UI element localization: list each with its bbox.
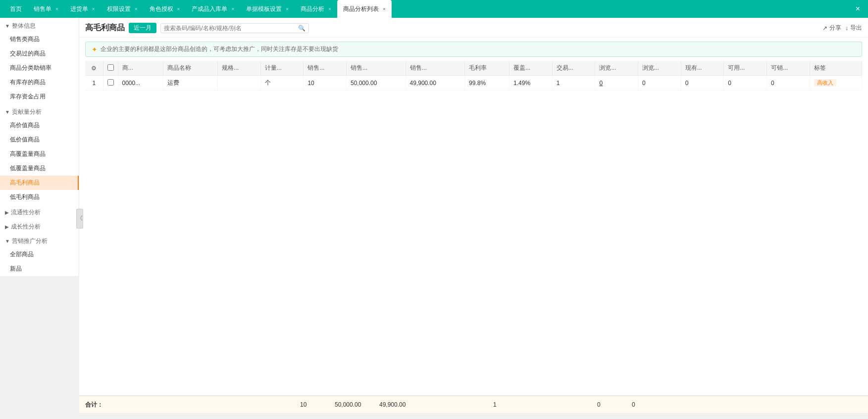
sidebar-collapse-button[interactable]: 《 xyxy=(76,209,83,229)
nav-tab-close[interactable]: × xyxy=(328,6,331,12)
sidebar-group-growth[interactable]: ▶ 成长性分析 xyxy=(0,219,79,233)
chevron-down-icon: ▼ xyxy=(5,23,10,29)
data-table-wrap: ⚙ 商... 商品名称 规格... xyxy=(85,61,862,395)
cell-stock-cur: 0 xyxy=(681,76,724,91)
nav-tab-permission[interactable]: 权限设置 × xyxy=(101,0,144,18)
sidebar-item-category-rate[interactable]: 商品分类助销率 xyxy=(0,61,79,75)
col-header-sales-profit[interactable]: 销售... xyxy=(406,61,465,76)
sidebar-item-stock-capital[interactable]: 库存资金占用 xyxy=(0,90,79,104)
nav-tab-role[interactable]: 角色授权 × xyxy=(144,0,186,18)
col-header-cover[interactable]: 覆盖... xyxy=(510,61,553,76)
sidebar-item-low-value[interactable]: 低价值商品 xyxy=(0,133,79,147)
nav-tab-close[interactable]: × xyxy=(383,6,386,12)
cell-sales-amt: 50,000.00 xyxy=(347,76,406,91)
nav-tab-home[interactable]: 首页 xyxy=(4,0,28,18)
cell-browse1[interactable]: 0 xyxy=(595,76,638,91)
sidebar-group-marketing-items: 全部商品 新品 xyxy=(0,247,79,276)
nav-tab-sales[interactable]: 销售单 × xyxy=(28,0,64,18)
sidebar-item-high-cover[interactable]: 高覆盖量商品 xyxy=(0,147,79,161)
footer-label: 合计： xyxy=(85,401,115,409)
sidebar-container: ▼ 整体信息 销售类商品 交易过的商品 商品分类助销率 有库存的商品 xyxy=(0,18,79,419)
sidebar-group-marketing[interactable]: ▼ 营销推广分析 xyxy=(0,233,79,247)
info-icon: ✦ xyxy=(92,46,98,53)
sidebar-group-label: 流通性分析 xyxy=(11,208,41,217)
chevron-down-icon: ▼ xyxy=(5,238,10,244)
col-header-browse2[interactable]: 浏览... xyxy=(638,61,681,76)
cell-check[interactable] xyxy=(103,76,118,91)
export-icon: ↓ xyxy=(845,25,848,32)
sidebar-group-contribution[interactable]: ▼ 贡献量分析 xyxy=(0,104,79,118)
sidebar-group-overall[interactable]: ▼ 整体信息 xyxy=(0,18,79,32)
content-area: 高毛利商品 近一月 🔍 ↗ 分享 ↓ 导出 xyxy=(79,18,868,419)
col-header-name[interactable]: 商品名称 xyxy=(163,61,217,76)
col-header-code[interactable]: 商... xyxy=(118,61,163,76)
period-button[interactable]: 近一月 xyxy=(129,23,156,33)
nav-tab-close[interactable]: × xyxy=(286,6,289,12)
nav-tab-label: 商品分析列表 xyxy=(343,5,379,13)
footer-total: 合计： 10 50,000.00 49,900.00 1 xyxy=(79,395,868,413)
sidebar-item-all-goods[interactable]: 全部商品 xyxy=(0,247,79,262)
nav-tab-label: 权限设置 xyxy=(107,5,131,13)
top-nav: 首页 销售单 × 进货单 × 权限设置 × 角色授权 × 产成品入库单 × 单据… xyxy=(0,0,868,18)
sidebar-item-low-margin[interactable]: 低毛利商品 xyxy=(0,190,79,204)
nav-tab-label: 首页 xyxy=(10,5,22,13)
col-header-sales-amt[interactable]: 销售... xyxy=(347,61,406,76)
info-banner: ✦ 企业的主要的利润都是这部分商品创造的，可考虑加大推广，同时关注库存是不要出现… xyxy=(85,42,862,57)
col-header-tag[interactable]: 标签 xyxy=(810,61,862,76)
col-header-unit[interactable]: 计量... xyxy=(260,61,304,76)
col-header-gross-rate[interactable]: 毛利率 xyxy=(465,61,510,76)
col-header-spec[interactable]: 规格... xyxy=(218,61,261,76)
sidebar-item-sales-goods[interactable]: 销售类商品 xyxy=(0,32,79,47)
col-header-stock-avail[interactable]: 可用... xyxy=(724,61,767,76)
col-header-check[interactable] xyxy=(103,61,118,76)
header-actions: ↗ 分享 ↓ 导出 xyxy=(822,24,862,32)
page-title: 高毛利商品 xyxy=(85,23,125,33)
cell-sales-qty: 10 xyxy=(304,76,347,91)
cell-browse2: 0 xyxy=(638,76,681,91)
footer-sales-profit: 49,900.00 xyxy=(375,401,420,408)
nav-tab-close[interactable]: × xyxy=(231,6,234,12)
cell-gross-rate: 99.8% xyxy=(465,76,510,91)
nav-tab-label: 单据模板设置 xyxy=(246,5,282,13)
search-input[interactable] xyxy=(164,25,296,32)
cell-sales-profit: 49,900.00 xyxy=(406,76,465,91)
cell-unit: 个 xyxy=(260,76,304,91)
search-icon[interactable]: 🔍 xyxy=(298,25,306,32)
sidebar-item-high-margin[interactable]: 高毛利商品 xyxy=(0,176,79,190)
col-header-settings[interactable]: ⚙ xyxy=(85,61,103,76)
nav-tab-close[interactable]: × xyxy=(55,6,58,12)
sidebar-group-label: 成长性分析 xyxy=(11,223,41,231)
nav-tab-close[interactable]: × xyxy=(177,6,180,12)
nav-tab-analysis-list[interactable]: 商品分析列表 × xyxy=(337,0,392,18)
sidebar-group-flow[interactable]: ▶ 流通性分析 xyxy=(0,204,79,219)
collapse-icon: 《 xyxy=(77,214,83,223)
col-header-stock-sale[interactable]: 可销... xyxy=(766,61,810,76)
footer-stock-cur: 0 xyxy=(593,401,628,408)
horizontal-scrollbar[interactable] xyxy=(79,413,868,419)
sidebar-item-traded-goods[interactable]: 交易过的商品 xyxy=(0,47,79,61)
select-all-checkbox[interactable] xyxy=(107,64,114,71)
nav-tab-label: 商品分析 xyxy=(301,5,324,13)
sidebar-group-label: 贡献量分析 xyxy=(12,108,42,116)
nav-close-all-button[interactable]: × xyxy=(852,4,864,13)
chevron-right-icon: ▶ xyxy=(5,224,9,230)
col-header-trade[interactable]: 交易... xyxy=(552,61,595,76)
export-button[interactable]: ↓ 导出 xyxy=(845,24,862,32)
nav-tab-analysis[interactable]: 商品分析 × xyxy=(295,0,337,18)
col-header-browse1[interactable]: 浏览... xyxy=(595,61,638,76)
share-button[interactable]: ↗ 分享 xyxy=(822,24,841,32)
col-header-sales-qty[interactable]: 销售... xyxy=(304,61,347,76)
sidebar-item-in-stock[interactable]: 有库存的商品 xyxy=(0,75,79,90)
share-icon: ↗ xyxy=(822,25,827,32)
nav-tab-template[interactable]: 单据模板设置 × xyxy=(240,0,295,18)
nav-tab-product-in[interactable]: 产成品入库单 × xyxy=(186,0,240,18)
sidebar-item-new-goods[interactable]: 新品 xyxy=(0,262,79,276)
sidebar-item-high-value[interactable]: 高价值商品 xyxy=(0,118,79,133)
nav-tab-close[interactable]: × xyxy=(135,6,138,12)
sidebar-item-low-cover[interactable]: 低覆盖量商品 xyxy=(0,161,79,176)
nav-tab-purchase[interactable]: 进货单 × xyxy=(64,0,101,18)
row-checkbox[interactable] xyxy=(107,79,114,86)
col-header-stock-cur[interactable]: 现有... xyxy=(681,61,724,76)
nav-tab-close[interactable]: × xyxy=(92,6,95,12)
sidebar-group-overall-items: 销售类商品 交易过的商品 商品分类助销率 有库存的商品 库存资金占用 xyxy=(0,32,79,104)
